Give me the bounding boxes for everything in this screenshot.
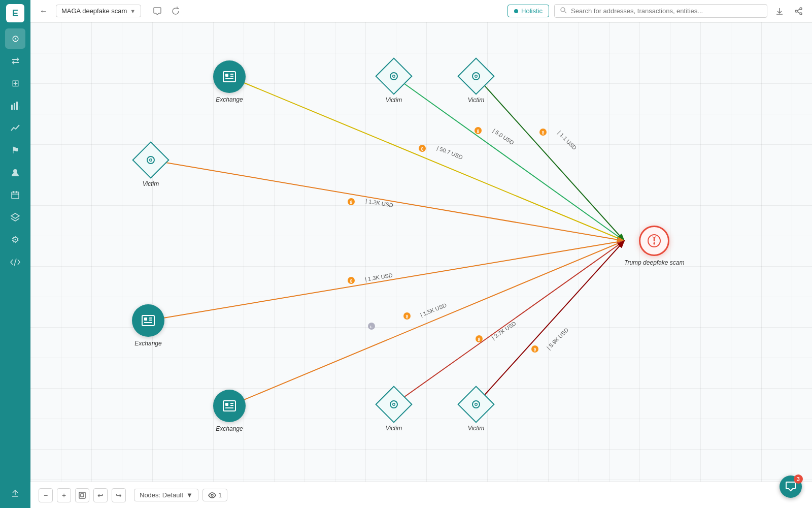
- undo-button[interactable]: ↩: [93, 488, 108, 502]
- exchange-node-top[interactable]: Exchange: [213, 60, 246, 103]
- exchange-icon-bottom-center: [213, 390, 246, 422]
- svg-rect-3: [19, 106, 19, 110]
- victim-label-top-right: Victim: [468, 97, 484, 104]
- sidebar-item-overview[interactable]: ⊙: [5, 28, 25, 49]
- victim-label-top-center: Victim: [386, 97, 402, 104]
- share-button[interactable]: [792, 4, 806, 18]
- refresh-button[interactable]: [168, 4, 183, 18]
- redo-button[interactable]: ↪: [112, 488, 126, 502]
- svg-line-38: [229, 241, 624, 406]
- svg-text:L: L: [370, 325, 373, 329]
- case-name: MAGA deepfake scam: [61, 7, 127, 15]
- svg-point-59: [393, 76, 395, 77]
- chat-button[interactable]: [150, 4, 164, 18]
- svg-rect-72: [225, 403, 228, 406]
- sidebar: E ⊙ ⇄ ⊞ ⚑: [0, 0, 30, 508]
- victim-node-top-right[interactable]: Victim: [459, 59, 493, 104]
- back-button[interactable]: ←: [37, 4, 51, 18]
- svg-point-83: [654, 243, 655, 245]
- sidebar-item-flag[interactable]: ⚑: [5, 140, 25, 161]
- svg-text:₿: ₿: [533, 347, 536, 352]
- target-node[interactable]: Trump deepfake scam: [624, 226, 685, 266]
- nodes-select-label: Nodes: Default: [140, 491, 183, 499]
- svg-text:| 50.7 USD: | 50.7 USD: [436, 145, 463, 161]
- svg-text:₿: ₿: [405, 314, 409, 319]
- svg-point-86: [211, 494, 213, 496]
- topbar: ← MAGA deepfake scam ▼: [30, 0, 812, 22]
- download-button[interactable]: [772, 4, 787, 18]
- canvas[interactable]: ₿| 50.7 USD₿| 5.0 USD₿| 1.1 USD₿| 1.2K U…: [30, 22, 812, 482]
- holistic-button[interactable]: Holistic: [507, 5, 549, 17]
- svg-point-13: [800, 8, 802, 10]
- svg-point-11: [561, 8, 565, 12]
- svg-line-42: [394, 241, 624, 404]
- sidebar-item-layers[interactable]: [5, 207, 25, 228]
- svg-text:| 1.2K USD: | 1.2K USD: [365, 198, 394, 208]
- victim-label-left: Victim: [143, 180, 159, 187]
- victim-diamond-bottom-right: [459, 387, 493, 422]
- sidebar-item-chart[interactable]: [5, 96, 25, 116]
- sidebar-item-settings[interactable]: ⚙: [5, 230, 25, 250]
- zoom-in-button[interactable]: +: [57, 488, 71, 502]
- svg-text:₿: ₿: [421, 147, 424, 151]
- svg-point-81: [476, 404, 477, 405]
- svg-point-78: [393, 404, 395, 405]
- exchange-label-bottom-center: Exchange: [216, 425, 243, 432]
- sidebar-item-dashboard[interactable]: ⊞: [5, 73, 25, 93]
- exchange-label-bottom-left: Exchange: [134, 340, 161, 347]
- victim-diamond-top-center: [377, 59, 411, 93]
- sidebar-item-analytics[interactable]: [5, 118, 25, 138]
- exchange-icon-bottom-left: [132, 304, 164, 337]
- svg-rect-74: [230, 405, 233, 406]
- svg-line-18: [229, 77, 624, 241]
- svg-point-43: [476, 335, 483, 342]
- zoom-out-button[interactable]: −: [39, 488, 53, 502]
- nodes-select[interactable]: Nodes: Default ▼: [134, 489, 198, 501]
- svg-rect-52: [223, 72, 235, 82]
- sidebar-bottom: [5, 484, 25, 504]
- svg-rect-68: [149, 318, 152, 319]
- sidebar-item-user[interactable]: [5, 163, 25, 183]
- svg-line-16: [797, 9, 800, 11]
- victim-node-bottom-right[interactable]: Victim: [459, 387, 493, 432]
- exchange-node-bottom-left[interactable]: Exchange: [132, 304, 164, 347]
- sidebar-item-transfer[interactable]: ⇄: [5, 51, 25, 71]
- svg-rect-1: [14, 103, 15, 110]
- svg-point-19: [419, 145, 426, 152]
- svg-rect-2: [16, 102, 18, 110]
- eye-button[interactable]: 1: [202, 489, 227, 501]
- svg-rect-66: [142, 315, 154, 326]
- victim-node-left[interactable]: Victim: [133, 143, 168, 187]
- sidebar-item-export[interactable]: [5, 484, 25, 504]
- svg-rect-73: [230, 403, 233, 404]
- case-selector[interactable]: MAGA deepfake scam ▼: [56, 5, 141, 17]
- svg-line-34: [148, 241, 624, 321]
- svg-point-27: [539, 129, 547, 136]
- svg-point-62: [476, 76, 477, 77]
- svg-marker-9: [11, 213, 19, 218]
- victim-node-top-center[interactable]: Victim: [377, 59, 411, 104]
- holistic-label: Holistic: [521, 7, 543, 15]
- exchange-node-bottom-center[interactable]: Exchange: [213, 390, 246, 432]
- victim-diamond-top-right: [459, 59, 493, 93]
- svg-text:₿: ₿: [350, 200, 353, 205]
- svg-line-17: [797, 12, 800, 13]
- chevron-down-icon: ▼: [130, 8, 136, 14]
- fit-button[interactable]: [75, 488, 89, 502]
- sidebar-item-calendar[interactable]: [5, 185, 25, 205]
- sidebar-item-code[interactable]: [5, 252, 25, 272]
- svg-text:| 1.3K USD: | 1.3K USD: [364, 272, 393, 282]
- victim-node-bottom-center[interactable]: Victim: [377, 387, 411, 432]
- graph-svg: ₿| 50.7 USD₿| 5.0 USD₿| 1.1 USD₿| 1.2K U…: [30, 22, 812, 482]
- svg-text:₿: ₿: [477, 129, 480, 134]
- svg-rect-71: [223, 401, 235, 411]
- chat-badge: 3: [794, 474, 803, 484]
- chat-fab-button[interactable]: 3: [780, 475, 802, 498]
- bottombar: − + ↩ ↪ Nodes: Default ▼ 1: [30, 482, 812, 508]
- svg-text:| 1.5K USD: | 1.5K USD: [419, 302, 447, 318]
- victim-label-bottom-center: Victim: [386, 425, 402, 432]
- svg-line-10: [14, 259, 16, 266]
- search-input[interactable]: [571, 7, 762, 15]
- target-label: Trump deepfake scam: [624, 259, 685, 266]
- nodes-chevron-icon: ▼: [186, 491, 193, 499]
